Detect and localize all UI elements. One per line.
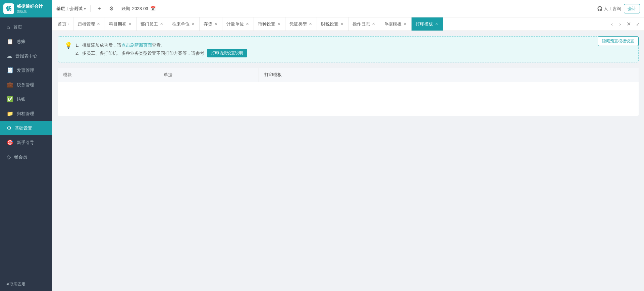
calendar-icon[interactable]: 📅: [150, 6, 156, 11]
info-card: 💡 1、模板添加成功后，请点击刷新新页面查看。 2、多员工、多打印机、多种业务类…: [58, 36, 639, 62]
sidebar-item-ledger[interactable]: 📋总账: [0, 34, 52, 49]
tab-oplog-close[interactable]: ✕: [371, 21, 376, 27]
col-receipt: 单据: [158, 68, 259, 82]
account-button[interactable]: 会计: [624, 4, 640, 13]
tab-print[interactable]: 打印模板 ✕: [412, 17, 443, 31]
sidebar-label-member: 畅会员: [14, 154, 27, 160]
ai-consult-button[interactable]: 🎧 人工咨询: [597, 6, 621, 12]
tab-next-arrow[interactable]: ›: [616, 17, 624, 31]
logo-sub: 旗舰版: [17, 9, 43, 14]
info-icon: 💡: [65, 42, 72, 49]
tab-print-close[interactable]: ✕: [434, 21, 439, 27]
invoice-icon: 🧾: [7, 67, 13, 74]
tab-home-arrow: ‹: [68, 22, 69, 26]
sidebar-item-archive[interactable]: 📁归档管理: [0, 106, 52, 121]
tab-currency-close[interactable]: ✕: [277, 21, 281, 27]
tab-home[interactable]: 首页 ‹: [54, 17, 73, 31]
tab-archive-close[interactable]: ✕: [96, 21, 101, 27]
info-text: 1、模板添加成功后，请点击刷新新页面查看。 2、多员工、多打印机、多种业务类型设…: [75, 41, 247, 57]
sidebar-nav: ⌂首页📋总账☁云报表中心🧾发票管理💼税务管理✅结账📁归档管理⚙基础设置🎯新手引导…: [0, 17, 52, 277]
tab-taxsetting[interactable]: 财税设置 ✕: [317, 17, 348, 31]
topbar: 基层工会测试 ▾ ＋ ⚙ 账期 2023-03 📅 🎧 人工咨询 会计: [52, 0, 644, 17]
print-template-table: 模块 单据 打印模板: [58, 68, 639, 116]
sidebar-label-home: 首页: [13, 24, 22, 30]
table-body: [58, 82, 639, 116]
sidebar-label-invoice: 发票管理: [17, 67, 34, 74]
sidebar-item-invoice[interactable]: 🧾发票管理: [0, 63, 52, 78]
sidebar: 畅 畅捷通好会计 旗舰版 ⌂首页📋总账☁云报表中心🧾发票管理💼税务管理✅结账📁归…: [0, 0, 52, 291]
tab-department-close[interactable]: ✕: [159, 21, 164, 27]
sidebar-label-tax: 税务管理: [17, 82, 34, 88]
tab-partner-close[interactable]: ✕: [191, 21, 195, 27]
tab-receipt[interactable]: 单据模板 ✕: [380, 17, 412, 31]
tabbar-controls: ‹ › ✕ ⤢: [608, 17, 643, 31]
home-icon: ⌂: [7, 24, 10, 30]
topbar-right: 🎧 人工咨询 会计: [597, 4, 640, 13]
chevron-down-icon: ▾: [84, 6, 86, 11]
period-value: 2023-03: [132, 6, 148, 11]
col-module: 模块: [58, 68, 158, 82]
sidebar-item-tax[interactable]: 💼税务管理: [0, 78, 52, 92]
period-info: 账期 2023-03 📅: [121, 6, 156, 12]
hide-template-button[interactable]: 隐藏预置模板设置: [598, 36, 639, 46]
logo-icon: 畅: [3, 3, 14, 14]
tab-archive[interactable]: 归档管理 ✕: [73, 17, 105, 31]
sidebar-label-archive: 归档管理: [17, 111, 34, 117]
tab-voucher-close[interactable]: ✕: [308, 21, 313, 27]
tab-partner[interactable]: 往来单位 ✕: [168, 17, 200, 31]
tabbar: 首页 ‹ 归档管理 ✕ 科目期初 ✕ 部门员工 ✕ 往来单位 ✕ 存货 ✕ 计量…: [52, 17, 644, 31]
sidebar-label-reports: 云报表中心: [15, 53, 37, 59]
settings-icon: ⚙: [7, 125, 11, 131]
sidebar-item-checkout[interactable]: ✅结账: [0, 92, 52, 106]
sidebar-label-ledger: 总账: [17, 39, 25, 45]
tab-taxsetting-close[interactable]: ✕: [340, 21, 344, 27]
tax-icon: 💼: [7, 82, 13, 88]
tab-unit-close[interactable]: ✕: [245, 21, 250, 27]
headset-icon: 🎧: [597, 6, 602, 11]
company-name: 基层工会测试: [56, 6, 83, 12]
logo: 畅 畅捷通好会计 旗舰版: [0, 0, 52, 17]
sidebar-label-checkout: 结账: [17, 96, 25, 102]
tab-currency[interactable]: 币种设置 ✕: [254, 17, 285, 31]
logo-name: 畅捷通好会计: [17, 4, 43, 9]
refresh-link[interactable]: 点击刷新新页面: [121, 43, 152, 48]
divider: [90, 5, 91, 12]
member-icon: ◇: [7, 154, 11, 160]
sidebar-item-settings[interactable]: ⚙基础设置: [0, 121, 52, 135]
tab-prev-arrow[interactable]: ‹: [608, 17, 616, 31]
tab-inventory-close[interactable]: ✕: [214, 21, 218, 27]
tab-voucher[interactable]: 凭证类型 ✕: [285, 17, 317, 31]
tab-subject[interactable]: 科目期初 ✕: [105, 17, 137, 31]
info-line2: 2、多员工、多打印机、多种业务类型设置不同打印方案等，请参考 打印场景设置说明: [75, 49, 247, 57]
sidebar-item-home[interactable]: ⌂首页: [0, 20, 52, 34]
sidebar-item-reports[interactable]: ☁云报表中心: [0, 49, 52, 63]
ledger-icon: 📋: [7, 38, 13, 45]
page-content: 隐藏预置模板设置 💡 1、模板添加成功后，请点击刷新新页面查看。 2、多员工、多…: [52, 31, 644, 291]
tab-department[interactable]: 部门员工 ✕: [137, 17, 168, 31]
tab-unit[interactable]: 计量单位 ✕: [222, 17, 254, 31]
info-line1: 1、模板添加成功后，请点击刷新新页面查看。: [75, 41, 247, 49]
sidebar-item-member[interactable]: ◇畅会员: [0, 150, 52, 164]
company-selector[interactable]: 基层工会测试 ▾: [56, 6, 86, 12]
tab-receipt-close[interactable]: ✕: [403, 21, 407, 27]
settings-icon[interactable]: ⚙: [107, 4, 116, 13]
sidebar-label-guide: 新手引导: [17, 140, 34, 146]
archive-icon: 📁: [7, 110, 13, 117]
period-label: 账期: [121, 6, 130, 12]
guide-icon: 🎯: [7, 139, 13, 146]
tab-oplog[interactable]: 操作日志 ✕: [348, 17, 380, 31]
table-header: 模块 单据 打印模板: [58, 68, 639, 82]
sidebar-label-settings: 基础设置: [15, 125, 32, 131]
col-template: 打印模板: [259, 68, 639, 82]
tab-expand[interactable]: ⤢: [633, 17, 643, 31]
tab-close-all[interactable]: ✕: [624, 17, 633, 31]
sidebar-item-guide[interactable]: 🎯新手引导: [0, 135, 52, 150]
checkout-icon: ✅: [7, 96, 13, 102]
tab-inventory[interactable]: 存货 ✕: [200, 17, 222, 31]
unpin-button[interactable]: ◄取消固定: [0, 277, 52, 291]
main-content: 基层工会测试 ▾ ＋ ⚙ 账期 2023-03 📅 🎧 人工咨询 会计 首页 ‹…: [52, 0, 644, 291]
add-button[interactable]: ＋: [95, 4, 104, 13]
print-scene-btn[interactable]: 打印场景设置说明: [207, 49, 247, 57]
tab-subject-close[interactable]: ✕: [128, 21, 132, 27]
reports-icon: ☁: [7, 53, 12, 59]
